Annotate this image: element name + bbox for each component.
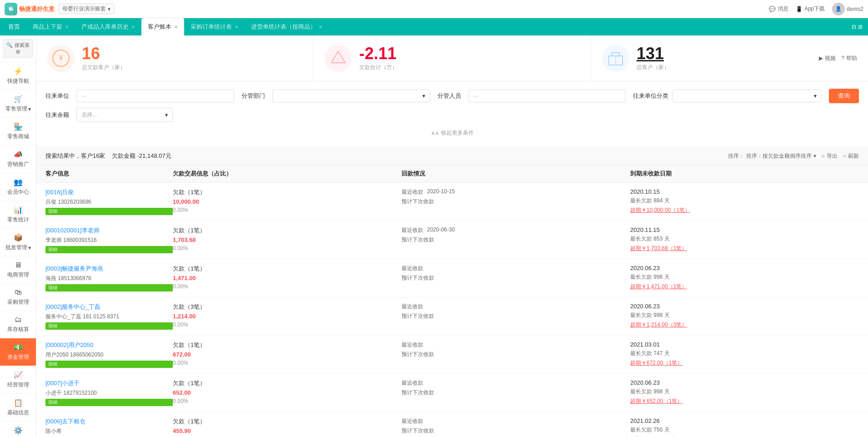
customer-tag-0016: 现销 bbox=[45, 208, 173, 215]
close-tab-purchase-order[interactable]: ✕ bbox=[235, 25, 238, 30]
table-row: [0007]小进干 小进干 18279152100 现销 欠款（1笔） 652.… bbox=[36, 374, 868, 412]
debt-info-0006: 欠款（1笔） 455.90 0.00% bbox=[173, 417, 401, 437]
filter-row-2: 往来余额 选择... ▾ bbox=[45, 108, 859, 122]
sidebar-item-retail-mgmt[interactable]: 🛒 零售管理 ▾ bbox=[0, 90, 36, 118]
top-bar: 畅 畅捷通好生意 母婴行业演示账套 ▾ 💬 消息 📱 App下载 👤 demo2 bbox=[0, 0, 868, 18]
collection-info-0007: 最近收款 预计下次收款 bbox=[401, 379, 630, 397]
app-download-btn[interactable]: 📱 App下载 bbox=[796, 5, 825, 13]
due-date-info-0003: 2020.06.23 最长欠款 998 天 超期￥1,471.00（1笔） bbox=[630, 265, 859, 291]
customer-name-0002[interactable]: [0002]服务中心_丁磊 bbox=[45, 303, 173, 311]
user-menu[interactable]: 👤 demo2 bbox=[832, 3, 863, 15]
export-button[interactable]: ○ 导出 bbox=[822, 152, 838, 160]
balance-select[interactable]: 选择... ▾ bbox=[76, 108, 173, 122]
unit-category-select[interactable]: ▾ bbox=[672, 90, 822, 102]
marketing-icon: 📣 bbox=[14, 150, 23, 159]
customer-phone-00010200001: 李老师 18600391516 bbox=[45, 236, 173, 244]
customer-name-00010200001[interactable]: [0001020001]李老师 bbox=[45, 226, 173, 235]
tab-production-history[interactable]: 产成品入库单历史 ✕ bbox=[75, 20, 141, 34]
tab-purchase-order[interactable]: 采购订单统计表 ✕ bbox=[184, 20, 245, 34]
sidebar-item-purchase-mgmt[interactable]: 🛍 采购管理 bbox=[0, 284, 36, 311]
table-row: [0016]吕俊 吕俊 13026203696 现销 欠款（1笔） 10,000… bbox=[36, 183, 868, 221]
nav-tabs: 首页 商品上下架 ✕ 产成品入库单历史 ✕ 客户账本 ✕ 采购订单统计表 ✕ 进… bbox=[0, 18, 868, 35]
col-header-due-date: 到期未收款日期 bbox=[630, 170, 859, 178]
maximize-icon[interactable]: ⊞ bbox=[858, 24, 863, 30]
debt-info-00010200001: 欠款（1笔） 1,703.68 0.00% bbox=[173, 226, 401, 251]
inventory-icon: 🗂 bbox=[15, 316, 22, 324]
overdue-link-0016[interactable]: 超期￥10,000.00（1笔） bbox=[630, 206, 859, 214]
video-action[interactable]: ▶ 视频 bbox=[819, 55, 836, 62]
sidebar-item-basic-info[interactable]: 📋 基础信息 bbox=[0, 394, 36, 422]
tab-home[interactable]: 首页 bbox=[2, 20, 26, 34]
overdue-link-0002[interactable]: 超期￥1,214.00（3笔） bbox=[630, 321, 859, 329]
customer-info-000002: [000002]用户2050 用户2050 18665062050 现销 bbox=[45, 341, 173, 368]
customer-name-0007[interactable]: [0007]小进干 bbox=[45, 379, 173, 387]
collection-info-0002: 最近收款 预计下次收款 bbox=[401, 303, 630, 320]
stat-info-debt-amount: -2.11 欠款合计（万） bbox=[359, 45, 397, 71]
collection-info-0003: 最近收款 预计下次收款 bbox=[401, 265, 630, 282]
overdue-link-0003[interactable]: 超期￥1,471.00（1笔） bbox=[630, 283, 859, 291]
unit-category-select-arrow: ▾ bbox=[814, 93, 817, 99]
overdue-link-0007[interactable]: 超期￥652.00（1笔） bbox=[630, 397, 859, 405]
tab-customer-account[interactable]: 客户账本 ✕ bbox=[141, 18, 184, 35]
customer-info-0003: [0003]畅捷服务尹海燕 海燕 18513066976 现销 bbox=[45, 265, 173, 291]
search-button[interactable]: 查询 bbox=[829, 89, 859, 103]
filter-label-source-unit: 往来单位 bbox=[45, 92, 73, 100]
sidebar-item-ops-mgmt[interactable]: 📈 经营管理 bbox=[0, 366, 36, 394]
sort-select[interactable]: 排序： 排序：按欠款金额倒序排序 ▾ bbox=[728, 152, 816, 160]
customer-name-000002[interactable]: [000002]用户2050 bbox=[45, 341, 173, 349]
close-tab-production-history[interactable]: ✕ bbox=[131, 25, 135, 30]
main-layout: 🔍 搜索菜单 ⚡ 快捷导航 🛒 零售管理 ▾ 🏪 零售商城 📣 营销推广 bbox=[0, 35, 868, 437]
due-date-info-0002: 2020.06.23 最长欠款 998 天 超期￥1,214.00（3笔） bbox=[630, 303, 859, 329]
col-header-collection: 回款情况 bbox=[401, 170, 630, 178]
export-icon: ○ bbox=[822, 153, 825, 159]
overdue-link-000002[interactable]: 超期￥672.00（1笔） bbox=[630, 359, 859, 367]
customer-name-0016[interactable]: [0016]吕俊 bbox=[45, 188, 173, 196]
filter-person: 分管人员 ··· bbox=[437, 90, 626, 102]
top-bar-right: 💬 消息 📱 App下载 👤 demo2 bbox=[769, 3, 863, 15]
sidebar-item-marketing[interactable]: 📣 营销推广 bbox=[0, 146, 36, 173]
sidebar-item-finance-mgmt[interactable]: 💵 资金管理 bbox=[0, 338, 36, 366]
sidebar-item-inventory[interactable]: 🗂 库存核算 bbox=[0, 311, 36, 338]
debt-info-000002: 欠款（1笔） 672.00 0.00% bbox=[173, 341, 401, 366]
help-action[interactable]: ? 帮助 bbox=[841, 55, 857, 62]
customer-tag-0002: 现销 bbox=[45, 322, 173, 330]
debt-info-0016: 欠款（1笔） 10,000.00 0.00% bbox=[173, 188, 401, 213]
close-tab-goods-off[interactable]: ✕ bbox=[65, 25, 69, 30]
nav-window-actions: ⊟ ⊞ bbox=[852, 24, 866, 30]
refresh-button[interactable]: ○ 刷新 bbox=[843, 152, 859, 160]
sidebar-item-retail-mall[interactable]: 🏪 零售商城 bbox=[0, 118, 36, 146]
sidebar-item-retail-stats[interactable]: 📊 零售统计 bbox=[0, 201, 36, 229]
sidebar-item-batch-mgmt[interactable]: 📦 批发管理 ▾ bbox=[0, 229, 36, 256]
source-unit-input[interactable]: ··· bbox=[76, 90, 234, 102]
message-btn[interactable]: 💬 消息 bbox=[769, 5, 788, 13]
sidebar-search-section: 🔍 搜索菜单 bbox=[0, 35, 36, 62]
due-date-info-0006: 2021.02.26 最长欠款 750 天 超期￥455.90（1笔） bbox=[630, 417, 859, 437]
close-tab-customer-account[interactable]: ✕ bbox=[174, 25, 178, 30]
customer-name-0006[interactable]: [0006]去下粮仓 bbox=[45, 417, 173, 426]
customer-phone-0002: 服务中心_丁磊 181 0125 8371 bbox=[45, 313, 173, 321]
sidebar-search-btn[interactable]: 🔍 搜索菜单 bbox=[3, 39, 33, 58]
stat-info-total-customers: 131 总客户（家） bbox=[637, 45, 669, 71]
customer-name-0003[interactable]: [0003]畅捷服务尹海燕 bbox=[45, 265, 173, 273]
sidebar-item-ecommerce[interactable]: 🖥 电商管理 bbox=[0, 256, 36, 284]
collapse-button[interactable]: ∧∧ 收起更多条件 bbox=[431, 129, 474, 137]
dept-select[interactable]: ▾ bbox=[272, 90, 430, 102]
due-date-info-000002: 2021.03.01 最长欠款 747 天 超期￥672.00（1笔） bbox=[630, 341, 859, 367]
company-select[interactable]: 母婴行业演示账套 ▾ bbox=[58, 4, 115, 14]
filter-source-unit: 往来单位 ··· bbox=[45, 90, 234, 102]
collection-info-0016: 最近收款 2020-10-15 预计下次收款 bbox=[401, 188, 630, 206]
person-input[interactable]: ··· bbox=[468, 90, 626, 102]
close-tab-purchase-stat[interactable]: ✕ bbox=[319, 25, 322, 30]
main-content: ¥ 16 总欠款客户（家） ◇ -2.11 欠款合计（万） bbox=[36, 35, 868, 437]
tab-purchase-stat[interactable]: 进货单统计表（按商品） ✕ bbox=[245, 20, 329, 34]
filter-label-dept: 分管部门 bbox=[241, 92, 269, 100]
tab-goods-off[interactable]: 商品上下架 ✕ bbox=[26, 20, 75, 34]
sidebar-item-quick-nav[interactable]: ⚡ 快捷导航 bbox=[0, 62, 36, 90]
top-bar-left: 畅 畅捷通好生意 母婴行业演示账套 ▾ bbox=[5, 3, 115, 15]
stat-card-total-customers: 131 总客户（家） ▶ 视频 ? 帮助 bbox=[591, 35, 868, 81]
sidebar-item-system-mgmt[interactable]: ⚙️ 系统管理 bbox=[0, 422, 36, 437]
minimize-icon[interactable]: ⊟ bbox=[852, 24, 856, 30]
customer-tag-000002: 现销 bbox=[45, 361, 173, 368]
overdue-link-00010200001[interactable]: 超期￥1,703.68（1笔） bbox=[630, 245, 859, 252]
sidebar-item-member-center[interactable]: 👥 会员中心 bbox=[0, 173, 36, 201]
